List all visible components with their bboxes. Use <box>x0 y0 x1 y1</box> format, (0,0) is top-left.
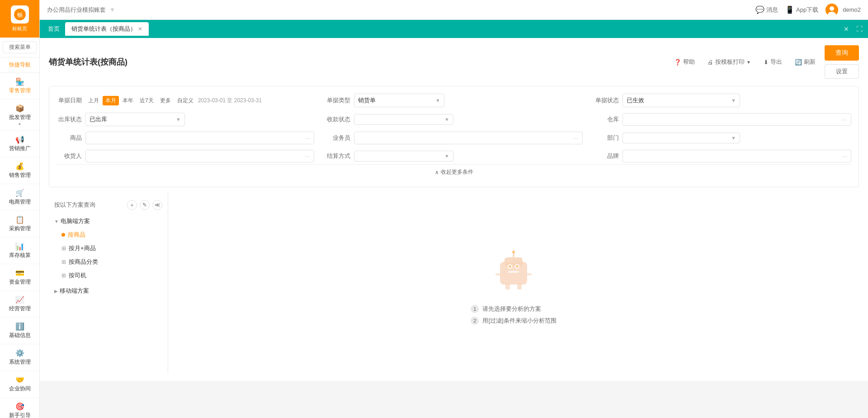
goods-dots-button[interactable]: ··· <box>305 134 310 142</box>
grid-icon-1: ⊞ <box>61 245 66 252</box>
quick-nav-button[interactable]: 快捷导航 <box>0 57 39 73</box>
app-download-button[interactable]: 📱 App下载 <box>785 5 818 14</box>
dept-select[interactable]: ▼ <box>623 133 740 143</box>
logo-text: 标账页 <box>12 25 27 32</box>
stock-select[interactable]: 已出库 ▼ <box>85 113 185 126</box>
newbie-icon: 🎯 <box>15 402 24 411</box>
tree-item-by-goods[interactable]: 按商品 <box>49 228 168 242</box>
settings-button[interactable]: 设置 <box>825 64 859 79</box>
collapse-bar[interactable]: ∧ 收起更多条件 <box>57 164 851 180</box>
staff-label: 业务员 <box>325 134 350 142</box>
receiver-label: 收货人 <box>57 152 82 160</box>
dept-label: 部门 <box>594 134 619 142</box>
tab-home[interactable]: 首页 <box>43 22 64 36</box>
maximize-button[interactable]: ⛶ <box>854 24 864 34</box>
sidebar-item-label: 经营管理 <box>9 305 31 313</box>
goods-input[interactable]: ··· <box>85 132 314 144</box>
sidebar-item-sales[interactable]: 💰 销售管理 <box>0 157 39 184</box>
print-icon: 🖨 <box>708 59 713 66</box>
sidebar-item-marketing[interactable]: 📢 营销推广 <box>0 131 39 157</box>
finance-icon: 💳 <box>15 269 24 277</box>
print-dropdown-icon: ▼ <box>746 60 751 65</box>
sidebar-item-newbie[interactable]: 🎯 新手引导 <box>0 398 39 418</box>
type-select[interactable]: 销货单 ▼ <box>354 94 444 107</box>
payment-select[interactable]: ▼ <box>354 151 453 162</box>
add-scheme-button[interactable]: ＋ <box>127 200 137 210</box>
message-icon: 💬 <box>755 5 764 14</box>
warehouse-dots-button[interactable]: ··· <box>842 116 847 123</box>
filter-receiver: 收货人 ··· <box>57 150 314 162</box>
sidebar-item-label: 批发管理 <box>9 114 31 121</box>
tree-item-by-category[interactable]: ⊞ 按商品分类 <box>49 255 168 269</box>
tree-expand-icon: ▼ <box>54 219 59 224</box>
collapse-panel-button[interactable]: ≪ <box>152 200 162 210</box>
brand-dots-button[interactable]: ··· <box>842 152 847 160</box>
print-button[interactable]: 🖨 按模板打印 ▼ <box>704 56 755 68</box>
staff-dots-button[interactable]: ··· <box>573 134 579 142</box>
sidebar-item-ecommerce[interactable]: 🛒 电商管理 <box>0 184 39 211</box>
stock-control: 已出库 ▼ <box>85 113 314 126</box>
sidebar-item-finance[interactable]: 💳 资金管理 <box>0 264 39 291</box>
warehouse-input[interactable]: ··· <box>623 113 851 126</box>
filter-row-3: 商品 ··· 业务员 ··· <box>57 132 851 144</box>
search-menu-button[interactable]: 搜索菜单 <box>3 41 37 53</box>
tree-item-by-month-goods[interactable]: ⊞ 按月+商品 <box>49 242 168 255</box>
print-label: 按模板打印 <box>715 58 745 66</box>
content-area: 按以下方案查询 ＋ ✎ ≪ ▼ 电脑端方案 <box>49 193 859 374</box>
retail-icon: 🏪 <box>15 77 24 86</box>
edit-scheme-button[interactable]: ✎ <box>140 200 150 210</box>
receipt-dropdown-icon: ▼ <box>444 117 449 122</box>
message-label: 消息 <box>766 6 778 14</box>
receiver-input[interactable]: ··· <box>85 150 314 162</box>
expand-icon: ▲ <box>18 121 22 126</box>
dept-control: ▼ <box>623 133 851 143</box>
date-tab-more[interactable]: 更多 <box>157 96 174 105</box>
tree-label-by-goods: 按商品 <box>68 231 85 239</box>
refresh-button[interactable]: 🔄 刷新 <box>791 56 819 68</box>
svg-point-3 <box>830 6 834 11</box>
breadcrumb-arrow: ▼ <box>109 6 115 13</box>
tree-item-mobile[interactable]: ▶ 移动端方案 <box>49 284 168 298</box>
purchase-icon: 📋 <box>15 215 24 224</box>
basic-icon: ℹ️ <box>15 322 24 331</box>
staff-input[interactable]: ··· <box>354 132 583 144</box>
tab-sales-stats[interactable]: 销货单统计表（按商品） ✕ <box>65 22 149 36</box>
receiver-dots-button[interactable]: ··· <box>305 152 310 160</box>
close-tab-button[interactable]: ✕ <box>138 26 142 32</box>
left-panel-header: 按以下方案查询 ＋ ✎ ≪ <box>49 197 168 213</box>
filter-warehouse: 仓库 ··· <box>594 113 851 126</box>
date-tab-this-month[interactable]: 本月 <box>103 96 119 105</box>
sidebar-item-basic[interactable]: ℹ️ 基础信息 <box>0 318 39 344</box>
date-tab-custom[interactable]: 自定义 <box>175 96 196 105</box>
receipt-select[interactable]: ▼ <box>354 114 453 125</box>
sidebar-item-wholesale[interactable]: 📦 批发管理 ▲ <box>0 100 39 131</box>
query-button[interactable]: 查询 <box>825 45 859 61</box>
sidebar-item-operation[interactable]: 📈 经营管理 <box>0 291 39 318</box>
help-button[interactable]: ❓ 帮助 <box>670 56 698 68</box>
tree-item-pc[interactable]: ▼ 电脑端方案 <box>49 214 168 228</box>
sidebar-item-purchase[interactable]: 📋 采购管理 <box>0 211 39 238</box>
svg-rect-16 <box>505 283 510 290</box>
tree-item-by-cashier[interactable]: ⊞ 按司机 <box>49 269 168 282</box>
brand-input[interactable]: ··· <box>623 150 851 162</box>
breadcrumb: 办公用品行业模拟账套 <box>47 6 106 14</box>
brand-control: ··· <box>623 150 851 162</box>
filter-dept: 部门 ▼ <box>594 133 851 143</box>
page-title-bar: 销货单统计表(按商品) ❓ 帮助 🖨 按模板打印 ▼ ⬇ 导出 <box>49 45 859 79</box>
date-tab-this-year[interactable]: 本年 <box>120 96 136 105</box>
message-button[interactable]: 💬 消息 <box>755 5 778 14</box>
goods-control: ··· <box>85 132 314 144</box>
status-select[interactable]: 已生效 ▼ <box>623 94 740 107</box>
export-button[interactable]: ⬇ 导出 <box>760 56 786 68</box>
date-tab-prev-month[interactable]: 上月 <box>85 96 102 105</box>
sidebar-item-retail[interactable]: 🏪 零售管理 <box>0 73 39 100</box>
user-profile[interactable]: demo2 <box>826 4 861 16</box>
stock-label: 出库状态 <box>57 115 82 124</box>
sidebar-item-inventory[interactable]: 📊 库存核算 <box>0 238 39 264</box>
minimize-button[interactable]: ✕ <box>842 24 851 34</box>
date-tab-7days[interactable]: 近7天 <box>137 96 156 105</box>
date-tabs: 上月 本月 本年 近7天 更多 自定义 <box>85 96 196 105</box>
sidebar-item-enterprise[interactable]: 🤝 企业协同 <box>0 371 39 398</box>
sidebar-item-system[interactable]: ⚙️ 系统管理 <box>0 344 39 371</box>
tree-label-by-cashier: 按司机 <box>69 271 86 280</box>
